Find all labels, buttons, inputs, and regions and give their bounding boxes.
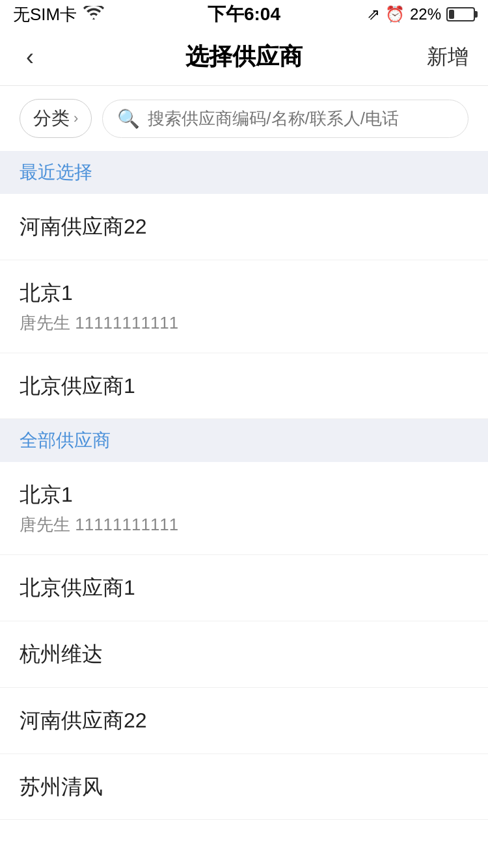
item-sub: 唐先生 11111111111	[20, 312, 468, 334]
status-right: ⇗ ⏰ 22%	[367, 5, 475, 23]
chevron-icon: ›	[74, 110, 78, 127]
all-list-item[interactable]: 北京1唐先生 11111111111	[0, 462, 488, 555]
search-row: 分类 › 🔍	[0, 86, 488, 151]
all-list-item[interactable]: 苏州清风	[0, 754, 488, 821]
item-name: 苏州清风	[20, 772, 468, 802]
all-list-item[interactable]: 杭州维达	[0, 621, 488, 688]
recent-list-item[interactable]: 北京1唐先生 11111111111	[0, 260, 488, 353]
recent-list-item[interactable]: 河南供应商22	[0, 194, 488, 260]
search-icon: 🔍	[117, 108, 140, 129]
status-bar: 无SIM卡 下午6:04 ⇗ ⏰ 22%	[0, 0, 488, 29]
item-name: 河南供应商22	[20, 706, 468, 735]
item-name: 北京1	[20, 480, 468, 509]
status-time: 下午6:04	[208, 2, 280, 27]
search-box: 🔍	[102, 100, 468, 138]
wifi-icon	[83, 5, 104, 25]
nav-bar: ‹ 选择供应商 新增	[0, 29, 488, 86]
carrier-text: 无SIM卡	[13, 3, 77, 26]
item-name: 杭州维达	[20, 640, 468, 669]
recent-list-item[interactable]: 北京供应商1	[0, 353, 488, 420]
nav-title: 选择供应商	[185, 41, 303, 73]
item-name: 北京供应商1	[20, 573, 468, 603]
item-name: 北京1	[20, 278, 468, 308]
item-sub: 唐先生 11111111111	[20, 513, 468, 536]
all-list-item[interactable]: 北京供应商1	[0, 555, 488, 621]
status-left: 无SIM卡	[13, 3, 104, 26]
battery-icon	[446, 7, 475, 21]
alarm-icon: ⏰	[385, 5, 405, 23]
recent-section-header: 最近选择	[0, 151, 488, 194]
add-button[interactable]: 新增	[427, 43, 468, 72]
all-list-item[interactable]: 河南供应商22	[0, 688, 488, 754]
all-section-header: 全部供应商	[0, 419, 488, 462]
item-name: 河南供应商22	[20, 212, 468, 241]
battery-percent: 22%	[410, 5, 441, 23]
recent-list: 河南供应商22北京1唐先生 11111111111北京供应商1	[0, 194, 488, 419]
category-filter-button[interactable]: 分类 ›	[20, 99, 92, 138]
category-label: 分类	[33, 106, 70, 131]
search-input[interactable]	[148, 109, 454, 129]
back-button[interactable]: ‹	[20, 37, 40, 77]
location-icon: ⇗	[367, 5, 380, 23]
all-list: 北京1唐先生 11111111111北京供应商1杭州维达河南供应商22苏州清风	[0, 462, 488, 820]
item-name: 北京供应商1	[20, 372, 468, 401]
